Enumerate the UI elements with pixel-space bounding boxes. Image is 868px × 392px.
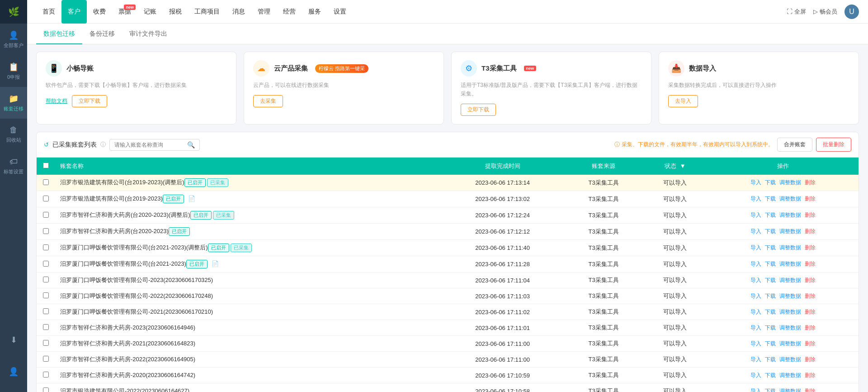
adjust-data-action[interactable]: 调整数据 — [779, 228, 801, 234]
delete-action[interactable]: 删除 — [805, 196, 816, 202]
delete-action[interactable]: 删除 — [805, 356, 816, 363]
fullscreen-button[interactable]: ⛶ 全屏 — [787, 8, 806, 16]
nav-home[interactable]: 首页 — [36, 0, 61, 24]
sidebar-item-all-clients[interactable]: 👤 全部客户 — [0, 24, 27, 55]
row-checkbox[interactable] — [43, 244, 49, 250]
download-action[interactable]: 下载 — [765, 179, 776, 186]
delete-action[interactable]: 删除 — [805, 212, 816, 218]
download-action[interactable]: 下载 — [765, 372, 776, 378]
adjust-data-action[interactable]: 调整数据 — [779, 179, 801, 186]
row-checkbox[interactable] — [43, 356, 49, 362]
adjust-data-action[interactable]: 调整数据 — [779, 261, 801, 267]
sidebar-item-label-settings[interactable]: 🏷 标签设置 — [0, 150, 27, 182]
nav-invoice[interactable]: 票据 new — [112, 0, 137, 24]
download-action[interactable]: 下载 — [765, 277, 776, 283]
nav-bookkeeping[interactable]: 记账 — [137, 0, 163, 24]
import-action[interactable]: 导入 — [750, 340, 761, 347]
adjust-data-action[interactable]: 调整数据 — [779, 293, 801, 299]
delete-action[interactable]: 删除 — [805, 244, 816, 251]
row-checkbox[interactable] — [43, 212, 49, 218]
row-checkbox[interactable] — [43, 179, 49, 185]
sidebar-item-download[interactable]: ⬇ — [0, 324, 27, 356]
delete-action[interactable]: 删除 — [805, 228, 816, 234]
import-action[interactable]: 导入 — [750, 372, 761, 378]
import-action[interactable]: 导入 — [750, 325, 761, 331]
adjust-data-action[interactable]: 调整数据 — [779, 196, 801, 202]
row-checkbox[interactable] — [43, 196, 49, 201]
delete-action[interactable]: 删除 — [805, 340, 816, 347]
nav-billing[interactable]: 收费 — [87, 0, 112, 24]
nav-bizproject[interactable]: 工商项目 — [188, 0, 226, 24]
download-action[interactable]: 下载 — [765, 388, 776, 392]
row-checkbox[interactable] — [43, 308, 49, 314]
row-checkbox[interactable] — [43, 324, 49, 330]
adjust-data-action[interactable]: 调整数据 — [779, 325, 801, 331]
sidebar-item-recycle[interactable]: 🗑 回收站 — [0, 119, 27, 150]
delete-action[interactable]: 删除 — [805, 372, 816, 378]
avatar[interactable]: U — [844, 5, 859, 19]
import-action[interactable]: 导入 — [750, 212, 761, 218]
row-checkbox[interactable] — [43, 340, 49, 346]
nav-tax[interactable]: 报税 — [163, 0, 188, 24]
adjust-data-action[interactable]: 调整数据 — [779, 309, 801, 315]
row-checkbox[interactable] — [43, 277, 49, 282]
row-checkbox[interactable] — [43, 387, 49, 392]
go-import-button[interactable]: 去导入 — [668, 95, 698, 107]
sidebar-item-zero-declare[interactable]: 📋 0申报 — [0, 55, 27, 87]
delete-action[interactable]: 删除 — [805, 293, 816, 299]
row-checkbox[interactable] — [43, 372, 49, 378]
download-action[interactable]: 下载 — [765, 356, 776, 363]
download-action[interactable]: 下载 — [765, 228, 776, 234]
adjust-data-action[interactable]: 调整数据 — [779, 372, 801, 378]
delete-action[interactable]: 删除 — [805, 388, 816, 392]
row-checkbox[interactable] — [43, 261, 49, 267]
delete-action[interactable]: 删除 — [805, 309, 816, 315]
download-action[interactable]: 下载 — [765, 261, 776, 267]
delete-action[interactable]: 删除 — [805, 261, 816, 267]
help-doc-link[interactable]: 帮助文档 — [46, 97, 67, 105]
import-action[interactable]: 导入 — [750, 293, 761, 299]
adjust-data-action[interactable]: 调整数据 — [779, 388, 801, 392]
download-action[interactable]: 下载 — [765, 212, 776, 218]
import-action[interactable]: 导入 — [750, 228, 761, 234]
adjust-data-action[interactable]: 调整数据 — [779, 212, 801, 218]
nav-client[interactable]: 客户 — [61, 0, 87, 24]
file-icon[interactable]: 📄 — [188, 195, 195, 202]
delete-action[interactable]: 删除 — [805, 325, 816, 331]
tab-backup-migrate[interactable]: 备份迁移 — [82, 24, 122, 44]
file-icon[interactable]: 📄 — [212, 260, 219, 267]
tab-audit-export[interactable]: 审计文件导出 — [122, 24, 175, 44]
nav-management[interactable]: 管理 — [251, 0, 277, 24]
adjust-data-action[interactable]: 调整数据 — [779, 244, 801, 251]
import-action[interactable]: 导入 — [750, 261, 761, 267]
import-action[interactable]: 导入 — [750, 356, 761, 363]
help-icon[interactable]: ⓘ — [100, 141, 106, 148]
merge-account-button[interactable]: 合并账套 — [777, 138, 812, 152]
tab-data-migrate[interactable]: 数据包迁移 — [36, 24, 82, 44]
row-checkbox[interactable] — [43, 292, 49, 298]
search-input[interactable] — [114, 142, 184, 148]
download-now-button[interactable]: 立即下载 — [72, 95, 107, 107]
delete-action[interactable]: 删除 — [805, 179, 816, 186]
import-action[interactable]: 导入 — [750, 309, 761, 315]
adjust-data-action[interactable]: 调整数据 — [779, 277, 801, 283]
download-action[interactable]: 下载 — [765, 340, 776, 347]
sidebar-item-user-profile[interactable]: 👤 — [0, 356, 27, 387]
download-action[interactable]: 下载 — [765, 244, 776, 251]
nav-operation[interactable]: 经营 — [277, 0, 302, 24]
import-action[interactable]: 导入 — [750, 179, 761, 186]
nav-service[interactable]: 服务 — [302, 0, 327, 24]
import-action[interactable]: 导入 — [750, 244, 761, 251]
adjust-data-action[interactable]: 调整数据 — [779, 340, 801, 347]
download-action[interactable]: 下载 — [765, 309, 776, 315]
import-action[interactable]: 导入 — [750, 196, 761, 202]
nav-settings[interactable]: 设置 — [327, 0, 353, 24]
sidebar-item-account-migrate[interactable]: 📁 账套迁移 — [0, 87, 27, 119]
row-checkbox[interactable] — [43, 228, 49, 234]
go-collect-button[interactable]: 去采集 — [253, 95, 283, 107]
filter-icon[interactable]: ▼ — [680, 163, 686, 169]
search-submit-icon[interactable]: 🔍 — [187, 141, 195, 148]
download-action[interactable]: 下载 — [765, 325, 776, 331]
batch-delete-button[interactable]: 批量删除 — [816, 138, 851, 152]
t3-download-button[interactable]: 立即下载 — [461, 104, 496, 116]
